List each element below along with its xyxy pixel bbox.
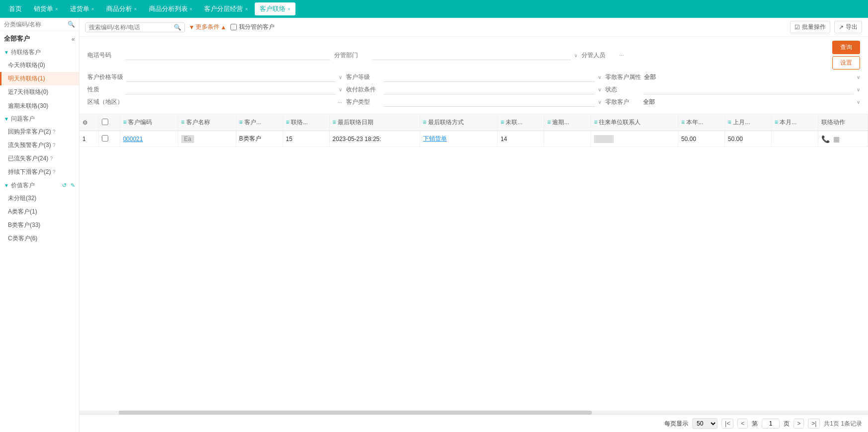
- sort-icon: ≡: [594, 119, 597, 126]
- search-icon[interactable]: 🔍: [68, 21, 75, 28]
- edit-icon[interactable]: ✎: [71, 182, 75, 189]
- my-customers-filter[interactable]: 我分管的客户: [230, 23, 275, 31]
- batch-action-button[interactable]: ☑ 批量操作: [790, 21, 830, 33]
- row-checkbox[interactable]: [102, 135, 108, 142]
- customer-code-link[interactable]: 000021: [123, 136, 143, 143]
- th-checkbox[interactable]: [99, 114, 120, 131]
- dropdown-arrow-icon[interactable]: ∨: [857, 99, 860, 105]
- td-action: 📞 ▦: [818, 131, 868, 147]
- payment-input[interactable]: [384, 85, 594, 94]
- sidebar-item-ungrouped[interactable]: 未分组(32): [0, 192, 79, 205]
- th-not-contact[interactable]: ≡ 未联...: [497, 114, 544, 131]
- close-icon[interactable]: ×: [55, 6, 58, 12]
- phone-input[interactable]: [125, 51, 330, 60]
- collapse-icon[interactable]: «: [72, 35, 75, 43]
- dropdown-arrow-icon[interactable]: ∨: [598, 74, 601, 80]
- th-contact-person[interactable]: ≡ 往来单位联系人: [590, 114, 678, 131]
- dropdown-arrow-icon[interactable]: ∨: [574, 53, 578, 58]
- close-icon[interactable]: ×: [91, 6, 94, 12]
- sidebar-item-overdue-contact[interactable]: 逾期未联络(30): [0, 99, 79, 113]
- nav-purchase-order[interactable]: 进货单 ×: [65, 2, 99, 15]
- nav-customer-contact[interactable]: 客户联络 ×: [255, 2, 295, 15]
- close-icon[interactable]: ×: [190, 6, 193, 12]
- dropdown-arrow-icon[interactable]: ∨: [339, 74, 342, 80]
- main-search-input[interactable]: [89, 24, 174, 31]
- page-number-input[interactable]: [762, 419, 780, 429]
- sidebar-item-repurchase-abnormal[interactable]: 回购异常客户(2) ?: [0, 125, 79, 139]
- customer-level-input[interactable]: [384, 72, 594, 82]
- dropdown-arrow-icon[interactable]: ∨: [857, 87, 860, 92]
- sidebar-item-b-class[interactable]: B类客户(33): [0, 218, 79, 232]
- dropdown-arrow-icon[interactable]: ∨: [857, 74, 860, 80]
- sidebar-search-input[interactable]: [4, 21, 68, 28]
- sort-icon: ≡: [547, 119, 551, 126]
- more-dots-icon[interactable]: ···: [619, 52, 624, 59]
- last-page-button[interactable]: >|: [808, 419, 820, 429]
- sidebar-item-churned[interactable]: 已流失客户(24) ?: [0, 152, 79, 165]
- page-size-select[interactable]: 50 100 200: [692, 418, 718, 429]
- th-last-month[interactable]: ≡ 上月...: [724, 114, 771, 131]
- close-icon[interactable]: ×: [134, 6, 137, 12]
- select-all-checkbox[interactable]: [102, 119, 108, 125]
- phone-action-icon[interactable]: 📞: [821, 135, 830, 143]
- search-icon[interactable]: 🔍: [174, 24, 181, 31]
- price-level-input[interactable]: [126, 72, 336, 82]
- th-last-method[interactable]: ≡ 最后联络方式: [420, 114, 497, 131]
- dropdown-arrow-icon[interactable]: ∨: [339, 87, 342, 92]
- td-checkbox[interactable]: [99, 131, 120, 147]
- contact-method-link[interactable]: 下销货单: [423, 135, 447, 142]
- th-name[interactable]: ≡ 客户名称: [178, 114, 236, 131]
- scrollbar-thumb[interactable]: [119, 411, 592, 415]
- arrow-icon: ▼: [4, 183, 9, 188]
- horizontal-scrollbar[interactable]: [79, 411, 868, 415]
- dropdown-arrow-icon[interactable]: ∨: [598, 87, 601, 92]
- more-dots-icon[interactable]: ···: [337, 99, 342, 106]
- th-code[interactable]: ≡ 客户编码: [120, 114, 178, 131]
- main-search-wrap[interactable]: 🔍: [85, 22, 185, 32]
- export-button[interactable]: ↗ 导出: [834, 21, 862, 33]
- th-level[interactable]: ≡ 客户...: [236, 114, 283, 131]
- all-customers-header[interactable]: 全部客户 «: [0, 31, 79, 46]
- top-navigation: 首页 销货单 × 进货单 × 商品分析 × 商品分析列表 × 客户分层经营 × …: [0, 0, 868, 18]
- nav-product-analysis-list[interactable]: 商品分析列表 ×: [144, 2, 198, 15]
- sidebar-item-declining[interactable]: 持续下滑客户(2) ?: [0, 165, 79, 179]
- next-page-button[interactable]: >: [794, 419, 804, 429]
- nature-label: 性质: [87, 85, 122, 94]
- dropdown-arrow-icon[interactable]: ∨: [598, 99, 601, 105]
- close-icon[interactable]: ×: [245, 6, 248, 12]
- td-last-month: 50.00: [724, 131, 771, 147]
- th-contacts[interactable]: ≡ 联络...: [283, 114, 329, 131]
- th-last-date[interactable]: ≡ 最后联络日期: [329, 114, 420, 131]
- nav-customer-tier[interactable]: 客户分层经营 ×: [199, 2, 253, 15]
- refresh-icon[interactable]: ↺: [62, 182, 67, 189]
- sidebar-item-tomorrow-contact[interactable]: 明天待联络(1): [0, 72, 79, 85]
- prev-page-button[interactable]: <: [737, 419, 748, 429]
- nav-home[interactable]: 首页: [4, 2, 27, 15]
- more-conditions-button[interactable]: ▼ 更多条件 ▲: [189, 23, 226, 31]
- sidebar-item-7day-contact[interactable]: 近7天待联络(0): [0, 85, 79, 99]
- sidebar-item-today-contact[interactable]: 今天待联络(0): [0, 59, 79, 72]
- th-overdue[interactable]: ≡ 逾期...: [544, 114, 590, 131]
- reset-button[interactable]: 设置: [832, 56, 860, 70]
- sidebar-item-a-class[interactable]: A类客户(1): [0, 205, 79, 218]
- settings-icon[interactable]: ⚙: [82, 119, 88, 126]
- table-header-row: ⚙ ≡ 客户编码 ≡ 客户名称 ≡ 客户... ≡ 联络... ≡ 最后联络日期…: [79, 114, 868, 131]
- nav-sales-order[interactable]: 销货单 ×: [29, 2, 63, 15]
- my-customers-checkbox[interactable]: [230, 24, 237, 30]
- nav-product-analysis[interactable]: 商品分析 ×: [101, 2, 142, 15]
- th-settings[interactable]: ⚙: [79, 114, 99, 131]
- sidebar-item-churn-warning[interactable]: 流失预警客户(3) ?: [0, 139, 79, 152]
- sidebar-search-bar[interactable]: 🔍: [0, 18, 79, 31]
- query-button[interactable]: 查询: [832, 41, 860, 54]
- status-input[interactable]: [643, 85, 854, 94]
- th-this-year[interactable]: ≡ 本年...: [678, 114, 724, 131]
- close-icon[interactable]: ×: [288, 6, 290, 12]
- grid-action-icon[interactable]: ▦: [833, 135, 840, 143]
- customer-type-input[interactable]: [384, 97, 594, 107]
- th-action: 联络动作: [818, 114, 868, 131]
- nature-input[interactable]: [125, 85, 336, 94]
- dept-input[interactable]: [372, 51, 571, 60]
- sidebar-item-c-class[interactable]: C类客户(6): [0, 232, 79, 245]
- first-page-button[interactable]: |<: [722, 419, 733, 429]
- th-this-month[interactable]: ≡ 本月...: [771, 114, 818, 131]
